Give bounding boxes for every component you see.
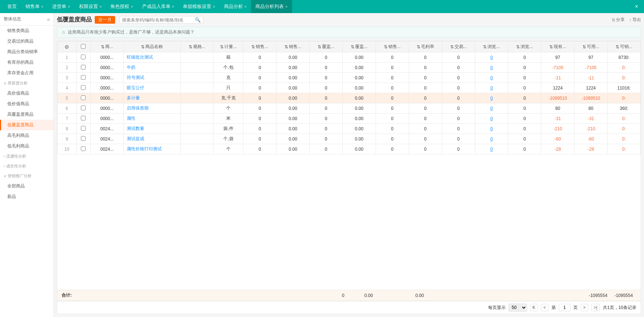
row-name[interactable]: 牛奶	[123, 63, 180, 73]
row-browse1[interactable]: 0	[475, 73, 508, 83]
select-all-checkbox[interactable]	[81, 44, 86, 49]
nav-template-settings[interactable]: 单据模板设置 ×	[178, 0, 219, 13]
row-name[interactable]: 属性价格打印测试	[123, 144, 180, 154]
nav-close-product-storage[interactable]: ×	[172, 4, 174, 9]
sidebar-group-growth[interactable]: › 成长性分析	[0, 161, 54, 171]
row-checkbox-cell[interactable]	[76, 93, 90, 103]
sidebar-item-low-margin[interactable]: 低毛利商品	[0, 141, 54, 151]
nav-product-storage[interactable]: 产成品入库单 ×	[138, 0, 178, 13]
col-sellable-header[interactable]: ⇅可销...	[608, 41, 641, 52]
gear-icon[interactable]: ⚙	[64, 44, 69, 50]
nav-close-analysis-list[interactable]: ×	[285, 4, 287, 9]
col-coverage1-header[interactable]: ⇅覆盖...	[310, 41, 343, 52]
col-available-header[interactable]: ⇅可用...	[574, 41, 608, 52]
row-checkbox[interactable]	[81, 136, 86, 141]
share-button[interactable]: ⎘ 分享	[612, 17, 625, 23]
prev-page-button[interactable]: <	[541, 304, 549, 311]
sidebar-group-cluster-analysis[interactable]: ∨ 类群度分析	[0, 78, 54, 88]
row-checkbox[interactable]	[81, 65, 86, 70]
row-browse1[interactable]: 0	[475, 63, 508, 73]
page-size-select[interactable]: 50 20 100	[508, 304, 527, 312]
nav-close-template[interactable]: ×	[213, 4, 215, 9]
row-checkbox[interactable]	[81, 95, 86, 100]
row-checkbox-cell[interactable]	[76, 114, 90, 124]
nav-close-sales-order[interactable]: ×	[41, 4, 43, 9]
sidebar-group-liquidity[interactable]: › 流通性分析	[0, 151, 54, 161]
row-checkbox-cell[interactable]	[76, 124, 90, 134]
col-unit-header[interactable]: ⇅计量...	[213, 41, 243, 52]
sidebar-item-inventory-goods[interactable]: 有库存的商品	[0, 57, 54, 68]
nav-sales-order[interactable]: 销售单 ×	[21, 0, 48, 13]
row-browse1[interactable]: 0	[475, 52, 508, 63]
sidebar-item-low-coverage[interactable]: 低覆盖度商品	[0, 120, 54, 130]
col-current-header[interactable]: ⇅现有...	[541, 41, 574, 52]
col-sales2-header[interactable]: ⇅销售...	[376, 41, 409, 52]
nav-close-role-auth[interactable]: ×	[131, 4, 133, 9]
col-settings[interactable]: ⚙	[58, 41, 76, 52]
export-button[interactable]: ↑ 导出	[629, 17, 641, 23]
row-name[interactable]: 测试提成	[123, 134, 180, 144]
sidebar-item-new-goods[interactable]: 新品	[0, 191, 54, 202]
col-trade-header[interactable]: ⇅交易...	[442, 41, 475, 52]
row-name[interactable]: 多计量	[123, 93, 180, 103]
col-browse1-header[interactable]: ⇅浏览...	[475, 41, 508, 52]
row-checkbox-cell[interactable]	[76, 52, 90, 63]
row-name[interactable]: 眼宝公仔	[123, 83, 180, 93]
row-checkbox[interactable]	[81, 126, 86, 131]
row-checkbox[interactable]	[81, 55, 86, 59]
row-browse1[interactable]: 0	[475, 83, 508, 93]
nav-product-analysis[interactable]: 商品分析 ×	[220, 0, 251, 13]
search-input[interactable]	[122, 17, 195, 23]
sidebar-collapse-button[interactable]: «	[47, 16, 50, 22]
row-checkbox[interactable]	[81, 75, 86, 80]
col-code-header[interactable]: ⇅商...	[90, 41, 123, 52]
nav-close-permission[interactable]: ×	[99, 4, 102, 9]
col-sales-amt-header[interactable]: ⇅销售...	[276, 41, 310, 52]
first-page-button[interactable]: K	[530, 304, 538, 311]
sidebar-item-high-value[interactable]: 高价值商品	[0, 88, 54, 99]
row-browse1[interactable]: 0	[475, 134, 508, 144]
last-page-button[interactable]: >|	[591, 304, 600, 311]
row-name[interactable]: 旺辅批次测试	[123, 52, 180, 63]
sidebar-item-traded-goods[interactable]: 交易过的商品	[0, 36, 54, 47]
row-checkbox-cell[interactable]	[76, 73, 90, 83]
col-sales-qty-header[interactable]: ⇅销售...	[243, 41, 276, 52]
next-page-button[interactable]: >	[581, 304, 588, 311]
row-checkbox[interactable]	[81, 85, 86, 90]
window-close-btn[interactable]: ×	[632, 3, 641, 10]
nav-close-purchase-order[interactable]: ×	[68, 4, 70, 9]
row-checkbox[interactable]	[81, 106, 86, 110]
row-checkbox[interactable]	[81, 116, 86, 120]
row-browse1[interactable]: 0	[475, 124, 508, 134]
nav-close-product-analysis[interactable]: ×	[244, 4, 247, 9]
row-name[interactable]: 符号测试	[123, 73, 180, 83]
sidebar-group-marketing[interactable]: ∨ 营销推广分析	[0, 171, 54, 181]
nav-role-auth[interactable]: 角色授权 ×	[106, 0, 137, 13]
sidebar-item-capital-occupation[interactable]: 库存资金占用	[0, 68, 54, 78]
nav-permission-settings[interactable]: 权限设置 ×	[75, 0, 106, 13]
nav-home[interactable]: 首页	[3, 0, 21, 13]
nav-product-analysis-list[interactable]: 商品分析列表 ×	[251, 0, 292, 13]
row-checkbox-cell[interactable]	[76, 63, 90, 73]
sidebar-item-high-margin[interactable]: 高毛利商品	[0, 130, 54, 141]
row-browse1[interactable]: 0	[475, 144, 508, 154]
row-browse1[interactable]: 0	[475, 114, 508, 124]
sidebar-item-sales-goods[interactable]: 销售类商品	[0, 25, 54, 36]
row-name[interactable]: 测试数量	[123, 124, 180, 134]
row-name[interactable]: 属性	[123, 114, 180, 124]
row-name[interactable]: 启用保质期	[123, 103, 180, 114]
row-checkbox-cell[interactable]	[76, 103, 90, 114]
col-gross-header[interactable]: ⇅毛利率	[409, 41, 442, 52]
period-button[interactable]: 近一月	[95, 16, 115, 24]
row-checkbox-cell[interactable]	[76, 144, 90, 154]
row-checkbox-cell[interactable]	[76, 134, 90, 144]
sidebar-item-all-goods[interactable]: 全部商品	[0, 181, 54, 191]
col-coverage2-header[interactable]: ⇅覆盖...	[342, 41, 376, 52]
sidebar-item-high-coverage[interactable]: 高覆盖度商品	[0, 109, 54, 120]
row-checkbox[interactable]	[81, 146, 86, 151]
sidebar-item-category-rate[interactable]: 商品分类动销率	[0, 47, 54, 57]
row-checkbox-cell[interactable]	[76, 83, 90, 93]
search-icon[interactable]: 🔍	[195, 17, 201, 23]
page-number-input[interactable]	[559, 304, 570, 311]
col-spec-header[interactable]: ⇅规格...	[180, 41, 213, 52]
